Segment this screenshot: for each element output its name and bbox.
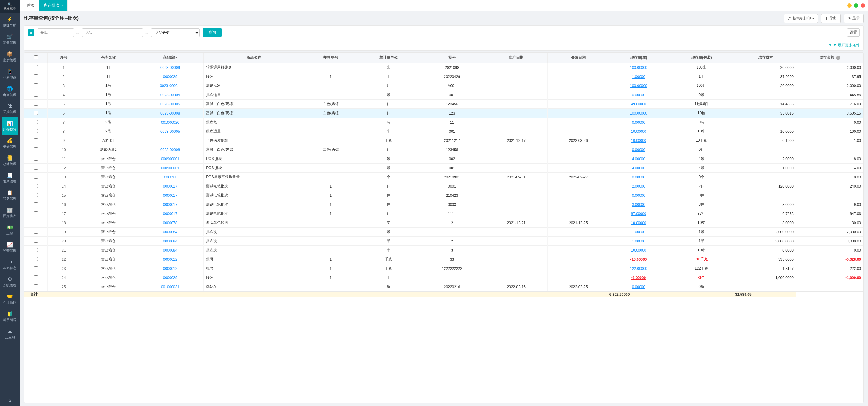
- row-checkbox[interactable]: [24, 282, 48, 292]
- filter-expand-btn[interactable]: »: [28, 29, 34, 36]
- sidebar-item-quick-nav[interactable]: ⚡快捷导航: [2, 13, 18, 31]
- row-qty-main[interactable]: 10.00000: [610, 136, 668, 145]
- row-qty-main[interactable]: 0.00000: [610, 91, 668, 100]
- row-checkbox[interactable]: [24, 218, 48, 228]
- sidebar-item-system[interactable]: ⚙系统管理: [2, 273, 18, 291]
- row-exp-date: [547, 109, 610, 118]
- row-unit: 米: [358, 155, 419, 164]
- sidebar-item-tax[interactable]: 📋税务管理: [2, 187, 18, 204]
- row-batch: 001: [419, 164, 485, 173]
- row-qty-main[interactable]: 100.00000: [610, 109, 668, 118]
- sidebar-search-menu[interactable]: 🔍 搜索菜单: [0, 0, 20, 13]
- row-exp-date: [547, 63, 610, 72]
- row-qty-main[interactable]: 10.00000: [610, 218, 668, 228]
- sidebar-item-retail[interactable]: 🛒零售管理: [2, 31, 18, 48]
- row-checkbox[interactable]: [24, 182, 48, 191]
- sidebar-item-wholesale[interactable]: 📦批发管理: [2, 48, 18, 66]
- row-checkbox[interactable]: [24, 136, 48, 145]
- sidebar-item-finance[interactable]: 💰资金管理: [2, 135, 18, 152]
- row-qty-main[interactable]: 87.00000: [610, 209, 668, 218]
- row-checkbox[interactable]: [24, 127, 48, 136]
- row-qty-main[interactable]: 122.00000: [610, 264, 668, 273]
- row-qty-main[interactable]: 0.00000: [610, 282, 668, 292]
- expand-more-btn[interactable]: ▼ ▼ 展开更多条件: [828, 43, 860, 48]
- sidebar-item-fixed-assets[interactable]: 🏢固定资产: [2, 204, 18, 222]
- sidebar-item-invoice[interactable]: 🧾发票管理: [2, 169, 18, 187]
- row-goods-name: 测试批次: [204, 81, 304, 91]
- row-checkbox[interactable]: [24, 191, 48, 200]
- row-qty-main[interactable]: 4.00000: [610, 164, 668, 173]
- row-qty-main[interactable]: 1.00000: [610, 72, 668, 81]
- select-all-checkbox[interactable]: [34, 56, 38, 59]
- row-checkbox[interactable]: [24, 72, 48, 81]
- row-checkbox[interactable]: [24, 264, 48, 273]
- row-checkbox[interactable]: [24, 145, 48, 155]
- maximize-btn[interactable]: [854, 3, 858, 8]
- row-qty-main[interactable]: 3.00000: [610, 200, 668, 209]
- sidebar-item-ops[interactable]: 📈经营管理: [2, 239, 18, 256]
- sidebar-item-newbie[interactable]: 🔰新手引导: [2, 308, 18, 325]
- sidebar-item-ecom[interactable]: 🌐电商管理: [2, 83, 18, 100]
- row-qty-main[interactable]: 0.00000: [610, 145, 668, 155]
- retail-icon: 🛒: [7, 34, 13, 40]
- row-qty-main[interactable]: 0.00000: [610, 191, 668, 200]
- settings-btn[interactable]: 设置: [847, 28, 860, 37]
- row-checkbox[interactable]: [24, 81, 48, 91]
- goods-input[interactable]: [82, 28, 143, 37]
- row-qty-main[interactable]: 0.00000: [610, 118, 668, 127]
- balance-info-icon[interactable]: i: [836, 56, 840, 60]
- tab-close-btn[interactable]: ×: [61, 0, 63, 11]
- row-checkbox[interactable]: [24, 246, 48, 255]
- row-qty-main[interactable]: -1.00000: [610, 273, 668, 282]
- sidebar-item-general[interactable]: 📒总账管理: [2, 152, 18, 169]
- sidebar-item-purchase[interactable]: 🛍采购管理: [2, 100, 18, 117]
- sidebar-item-mini-ecom[interactable]: 📱小程电商: [2, 66, 18, 83]
- minimize-btn[interactable]: [847, 3, 851, 8]
- row-spec: 1: [304, 273, 358, 282]
- row-checkbox[interactable]: [24, 200, 48, 209]
- row-checkbox[interactable]: [24, 91, 48, 100]
- row-qty-main[interactable]: 100.00000: [610, 63, 668, 72]
- row-checkbox[interactable]: [24, 63, 48, 72]
- category-select[interactable]: 商品分类: [151, 28, 200, 37]
- row-checkbox[interactable]: [24, 155, 48, 164]
- warehouse-input[interactable]: [37, 28, 74, 37]
- row-qty-stock: 0件: [668, 145, 735, 155]
- row-checkbox[interactable]: [24, 273, 48, 282]
- sidebar-item-inventory[interactable]: 📊库存核算: [2, 117, 18, 135]
- row-qty-main[interactable]: 10.00000: [610, 246, 668, 255]
- row-checkbox[interactable]: [24, 228, 48, 237]
- row-qty-main[interactable]: 100.00000: [610, 81, 668, 91]
- sidebar-item-cloud[interactable]: ☁云应用: [2, 325, 18, 343]
- close-btn[interactable]: [861, 3, 865, 8]
- row-qty-main[interactable]: 4.00000: [610, 155, 668, 164]
- row-checkbox[interactable]: [24, 237, 48, 246]
- row-checkbox[interactable]: [24, 118, 48, 127]
- row-checkbox[interactable]: [24, 209, 48, 218]
- sidebar-item-basic[interactable]: 🗂基础信息: [2, 256, 18, 273]
- row-goods-name: 批次次: [204, 246, 304, 255]
- export-btn[interactable]: ⬆ 导出: [821, 14, 841, 23]
- row-qty-main[interactable]: 1.00000: [610, 237, 668, 246]
- row-qty-main[interactable]: -16.00000: [610, 255, 668, 264]
- tab-home[interactable]: 首页: [23, 0, 39, 11]
- row-checkbox[interactable]: [24, 109, 48, 118]
- display-btn[interactable]: 👁 显示: [844, 14, 864, 23]
- row-checkbox[interactable]: [24, 255, 48, 264]
- row-no: 11: [48, 155, 80, 164]
- sidebar-item-collab[interactable]: 🤝企业协同: [2, 291, 18, 308]
- print-btn[interactable]: 🖨 按模板打印 ▾: [784, 14, 818, 23]
- row-qty-main[interactable]: 49.60000: [610, 100, 668, 109]
- sidebar-settings[interactable]: ⚙: [0, 396, 20, 406]
- row-checkbox[interactable]: [24, 100, 48, 109]
- row-qty-main[interactable]: 1.00000: [610, 228, 668, 237]
- sidebar-item-payroll[interactable]: 💵工资: [2, 222, 18, 239]
- search-btn[interactable]: 查询: [203, 28, 222, 37]
- row-checkbox[interactable]: [24, 173, 48, 182]
- tab-inventory-batch[interactable]: 库存批次 ×: [39, 0, 68, 11]
- row-qty-main[interactable]: 10.00000: [610, 127, 668, 136]
- row-checkbox[interactable]: [24, 164, 48, 173]
- row-qty-main[interactable]: 0.00000: [610, 173, 668, 182]
- mini-ecom-icon: 📱: [7, 69, 13, 74]
- row-qty-main[interactable]: 2.00000: [610, 182, 668, 191]
